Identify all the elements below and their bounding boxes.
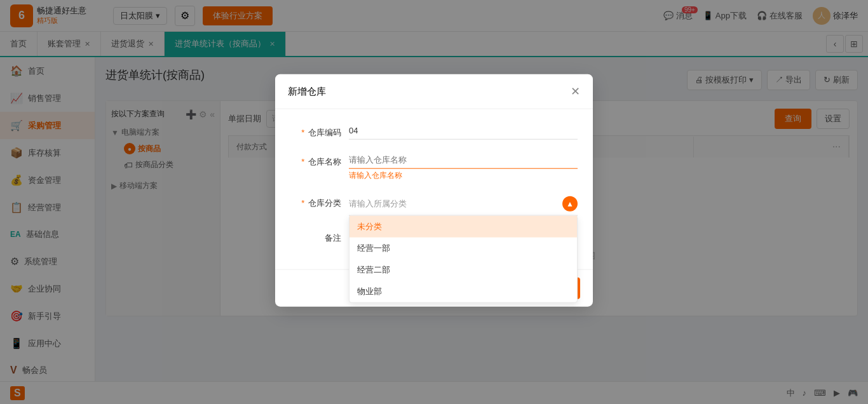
modal-header: 新增仓库 ✕ [275,74,593,109]
category-select[interactable]: 请输入所属分类 ▲ [349,192,578,216]
modal-body: * 仓库编码 * 仓库名称 请输入仓库名称 * 仓库分类 [275,109,593,269]
form-row-name: * 仓库名称 请输入仓库名称 [290,151,578,181]
name-label: * 仓库名称 [290,151,341,168]
category-dropdown: 未分类 经营一部 经营二部 物业部 [349,215,578,303]
dropdown-item-3[interactable]: 物业部 [349,281,577,302]
code-label: * 仓库编码 [290,122,341,138]
warehouse-name-input[interactable] [349,151,578,169]
category-label: * 仓库分类 [290,192,341,209]
dropdown-up-icon[interactable]: ▲ [562,196,578,212]
name-error-msg: 请输入仓库名称 [349,170,578,181]
category-placeholder: 请输入所属分类 [349,198,407,210]
category-field: 请输入所属分类 ▲ 未分类 经营一部 经营二部 物业部 [349,192,578,216]
dropdown-item-2[interactable]: 经营二部 [349,259,577,281]
form-row-category: * 仓库分类 请输入所属分类 ▲ 未分类 经营一部 经营二部 物业部 [290,192,578,216]
modal-title: 新增仓库 [288,85,326,97]
warehouse-code-input[interactable] [349,122,578,140]
code-field [349,122,578,140]
remark-label: 备注 [290,227,341,244]
modal-new-warehouse: 新增仓库 ✕ * 仓库编码 * 仓库名称 请输入仓库名称 [275,74,593,307]
dropdown-item-0[interactable]: 未分类 [349,216,577,238]
name-field: 请输入仓库名称 [349,151,578,181]
form-row-code: * 仓库编码 [290,122,578,140]
modal-close-button[interactable]: ✕ [571,84,580,98]
dropdown-item-1[interactable]: 经营一部 [349,238,577,259]
